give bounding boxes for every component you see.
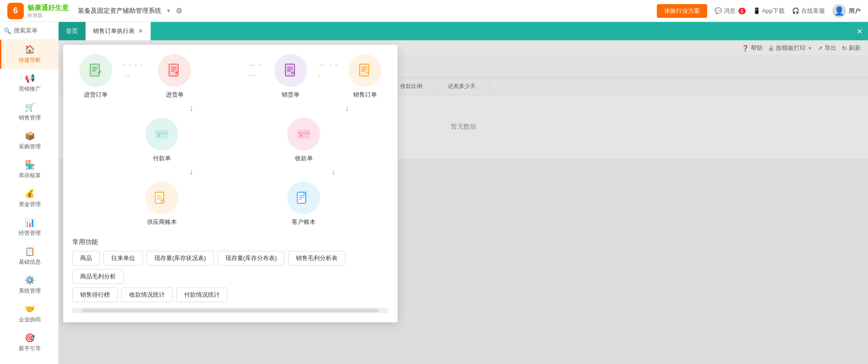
page-content: ❓ 帮助 🖨 按模板打印 ▼ ↗ 导出 ↻ 刷新	[59, 40, 868, 364]
dropdown-arrow-icon[interactable]: ▼	[166, 8, 171, 14]
avatar: 👤	[832, 4, 846, 18]
func-btn-sales-gross[interactable]: 销售毛利分析表	[288, 251, 345, 266]
sidebar-item-system[interactable]: ⚙️ 系统管理	[0, 271, 58, 299]
down-arrow-purchase: ↓	[190, 103, 194, 113]
receipt-label: 收款单	[295, 154, 313, 163]
workflow-row-3: 册 供应商账本	[72, 181, 388, 226]
tab-close-icon[interactable]: ✕	[138, 28, 143, 34]
arrow-h-2: ← - - -	[318, 60, 338, 81]
purchase-order-circle[interactable]	[79, 54, 112, 87]
modal-scrollbar[interactable]	[72, 308, 388, 313]
payment-label: 付款单	[153, 154, 171, 163]
message-badge: 6	[738, 8, 746, 14]
sidebar-item-marketing[interactable]: 📢 营销推广	[0, 69, 58, 98]
func-btn-product-gross[interactable]: 商品毛利分析	[72, 269, 124, 284]
func-buttons-row-2: 销售排行榜 收款情况统计 付款情况统计	[72, 288, 388, 302]
money-icon: 💰	[25, 189, 35, 199]
app-download-button[interactable]: 📱 App下载	[753, 7, 785, 15]
func-buttons-row-1: 商品 往来单位 现存量(库存状况表) 现存量(库存分布表) 销售毛利分析表 商品…	[72, 251, 388, 284]
handshake-icon: 🤝	[25, 304, 35, 314]
cart-icon: 🛒	[25, 102, 35, 112]
home-icon: 🏠	[25, 44, 35, 54]
func-btn-payment-stat[interactable]: 付款情况统计	[176, 288, 228, 302]
service-icon: 🎧	[792, 7, 799, 14]
gear-settings-icon[interactable]: ⚙	[176, 6, 182, 15]
sidebar-item-collab[interactable]: 🤝 企业协同	[0, 299, 58, 328]
purchase-bill-label: 进货单	[166, 91, 184, 99]
sidebar-item-purchase[interactable]: 📦 采购管理	[0, 126, 58, 155]
func-btn-product[interactable]: 商品	[72, 251, 100, 266]
sidebar-item-quick-nav[interactable]: 🏠 快捷导航	[0, 40, 58, 69]
func-btn-partner[interactable]: 往来单位	[104, 251, 143, 266]
down-arrow-payment: ↓	[190, 167, 194, 177]
logo-icon: 6	[7, 3, 24, 19]
receipt-circle[interactable]: ¥	[287, 118, 320, 151]
sidebar-item-inventory[interactable]: 🏪 库存核算	[0, 155, 58, 184]
workflow-node-supplier-ledger[interactable]: 册 供应商账本	[132, 181, 191, 226]
down-arrow-receipt: ↓	[332, 167, 336, 177]
message-button[interactable]: 💬 消息 6	[715, 7, 746, 15]
customer-ledger-circle[interactable]	[287, 181, 320, 214]
func-btn-stock-status[interactable]: 现存量(库存状况表)	[147, 251, 214, 266]
modal-scrollbar-track	[82, 309, 379, 312]
tab-bar-close-button[interactable]: ✕	[851, 22, 868, 40]
experience-button[interactable]: 体验行业方案	[657, 4, 707, 18]
tab-sales-exec[interactable]: 销售订单执行表 ✕	[86, 22, 151, 40]
store-icon: 🏪	[25, 160, 35, 170]
svg-text:册: 册	[160, 198, 164, 203]
workflow-arrow-row: ↓ ↓	[72, 103, 388, 113]
payment-circle[interactable]: ¥	[145, 118, 178, 151]
box-icon: 📦	[25, 131, 35, 141]
sales-bill-circle[interactable]	[274, 54, 307, 87]
down-arrow-sales: ↓	[345, 103, 349, 113]
modal-overlay: 进货订单 - - - - →	[59, 40, 868, 364]
message-icon: 💬	[715, 7, 722, 14]
func-btn-stock-dist[interactable]: 现存量(库存分布表)	[218, 251, 285, 266]
guide-icon: 🎯	[25, 333, 35, 343]
content-area: 首页 销售订单执行表 ✕ ✕ ❓ 帮助 🖨	[59, 22, 868, 364]
settings-icon: ⚙️	[25, 275, 35, 285]
workflow-node-customer-ledger[interactable]: 客户账本	[274, 181, 333, 226]
sidebar-item-sales[interactable]: 🛒 销售管理	[0, 98, 58, 126]
system-name: 装备及固定资产辅助管理系统	[78, 7, 161, 15]
workflow-arrow-row-2: ↓ ↓	[72, 167, 388, 177]
logo-area: 6 畅康通好生意 标准版	[7, 3, 69, 19]
sales-order-circle[interactable]	[349, 54, 382, 87]
customer-ledger-label: 客户账本	[292, 218, 316, 226]
search-menu-button[interactable]: 🔍 搜索菜单	[0, 22, 58, 40]
arrow-dashed-1: ← - - -	[248, 60, 263, 81]
workflow-node-purchase-order[interactable]: 进货订单	[72, 54, 119, 99]
online-service-button[interactable]: 🎧 在线客服	[792, 7, 825, 15]
svg-rect-0	[90, 64, 99, 76]
sales-bill-label: 销货单	[282, 91, 300, 99]
purchase-order-label: 进货订单	[84, 91, 108, 99]
sidebar-item-basic[interactable]: 📋 基础信息	[0, 242, 58, 271]
clipboard-icon: 📋	[25, 246, 35, 256]
download-icon: 📱	[753, 7, 760, 14]
workflow-node-purchase-bill[interactable]: 进货单	[151, 54, 198, 99]
sidebar-item-newbie[interactable]: 🎯 新手引导	[0, 328, 58, 357]
workflow-diagram: 进货订单 - - - - →	[72, 54, 388, 231]
workflow-node-receipt[interactable]: ¥ 收款单	[274, 118, 333, 163]
sidebar-item-operations[interactable]: 📊 经营管理	[0, 213, 58, 242]
user-menu[interactable]: 👤 用户	[832, 4, 861, 18]
megaphone-icon: 📢	[25, 73, 35, 83]
common-functions: 常用功能 商品 往来单位 现存量(库存状况表) 现存量(库存分布表) 销售毛利分…	[72, 238, 388, 302]
tab-home[interactable]: 首页	[59, 22, 86, 40]
func-btn-collection-stat[interactable]: 收款情况统计	[121, 288, 173, 302]
workflow-node-payment[interactable]: ¥ 付款单	[132, 118, 191, 163]
supplier-ledger-circle[interactable]: 册	[145, 181, 178, 214]
workflow-row-1: 进货订单 - - - - →	[72, 54, 388, 99]
sidebar-item-finance[interactable]: 💰 资金管理	[0, 184, 58, 213]
chart-icon: 📊	[25, 217, 35, 228]
workflow-node-sales-bill[interactable]: 销货单	[267, 54, 314, 99]
func-btn-sales-rank[interactable]: 销售排行榜	[72, 288, 118, 302]
common-functions-title: 常用功能	[72, 238, 388, 246]
svg-rect-28	[156, 132, 168, 134]
logo-text: 畅康通好生意 标准版	[27, 3, 69, 19]
tab-bar: 首页 销售订单执行表 ✕ ✕	[59, 22, 868, 40]
workflow-node-sales-order[interactable]: 销售订单	[342, 54, 388, 99]
purchase-bill-circle[interactable]	[158, 54, 191, 87]
sidebar: 🔍 搜索菜单 🏠 快捷导航 📢 营销推广 🛒 销售管理 📦 采购管理 🏪	[0, 22, 59, 364]
search-icon: 🔍	[4, 27, 11, 34]
